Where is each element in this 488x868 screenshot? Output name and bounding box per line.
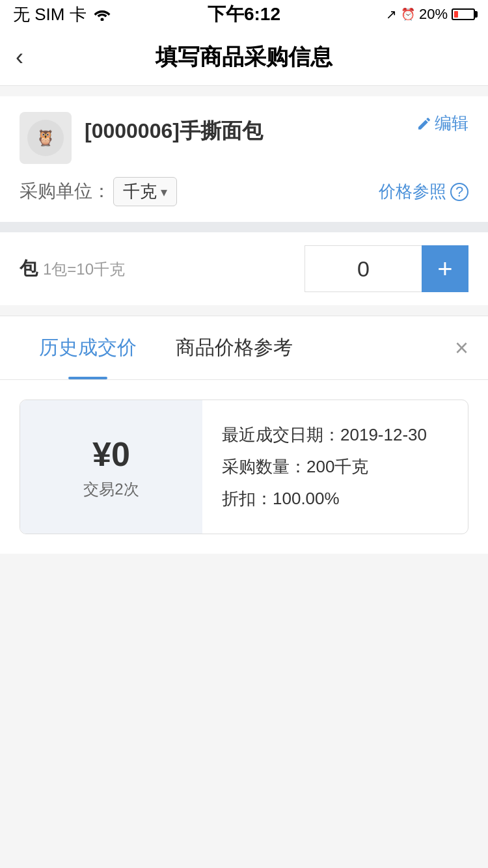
- quantity-control: +: [305, 245, 468, 292]
- battery-icon: [452, 8, 475, 20]
- nav-bar: ‹ 填写商品采购信息: [0, 29, 488, 86]
- svg-point-0: [100, 18, 103, 21]
- location-icon: ↗: [386, 7, 397, 22]
- product-name: [0000006]手撕面包: [85, 117, 263, 146]
- pkg-equiv: 1包=10千克: [43, 259, 125, 280]
- empty-background: [0, 554, 488, 868]
- tabs-row: 历史成交价 商品价格参考 ×: [0, 316, 488, 380]
- unit-label: 采购单位：: [20, 181, 111, 201]
- edit-button[interactable]: 编辑: [416, 112, 468, 135]
- history-content: ¥0 交易2次 最近成交日期：2019-12-30 采购数量：200千克 折扣：…: [0, 380, 488, 554]
- bottom-panel: 历史成交价 商品价格参考 × ¥0 交易2次 最近成交日期：2019-12-30…: [0, 316, 488, 554]
- status-time: 下午6:12: [208, 2, 280, 27]
- recent-date-label: 最近成交日期：: [222, 425, 340, 444]
- product-logo: 🦉: [26, 118, 65, 157]
- battery-percent: 20%: [419, 6, 448, 23]
- status-carrier: 无 SIM 卡: [13, 3, 111, 26]
- alarm-icon: ⏰: [401, 7, 415, 21]
- product-thumbnail: 🦉: [20, 112, 72, 164]
- unit-label-group: 采购单位： 千克 ▾: [20, 177, 177, 206]
- edit-icon: [416, 116, 432, 131]
- tab-history-price[interactable]: 历史成交价: [20, 316, 156, 379]
- svg-text:🦉: 🦉: [36, 128, 55, 147]
- history-card: ¥0 交易2次 最近成交日期：2019-12-30 采购数量：200千克 折扣：…: [20, 400, 468, 534]
- discount-row: 折扣：100.00%: [222, 487, 448, 510]
- status-bar: 无 SIM 卡 下午6:12 ↗ ⏰ 20%: [0, 0, 488, 29]
- card-details: 最近成交日期：2019-12-30 采购数量：200千克 折扣：100.00%: [202, 400, 468, 534]
- purchase-qty-value: 200千克: [306, 457, 368, 476]
- quantity-section: 包 1包=10千克 +: [0, 232, 488, 305]
- discount-label: 折扣：: [222, 489, 273, 508]
- wifi-icon: [93, 8, 111, 21]
- history-price: ¥0: [92, 435, 130, 474]
- info-icon: ?: [450, 183, 468, 201]
- purchase-qty-label: 采购数量：: [222, 457, 306, 476]
- panel-close-button[interactable]: ×: [455, 334, 468, 362]
- product-left: 🦉 [0000006]手撕面包: [20, 112, 263, 164]
- status-right: ↗ ⏰ 20%: [386, 6, 475, 23]
- back-button[interactable]: ‹: [16, 44, 23, 71]
- recent-date-row: 最近成交日期：2019-12-30: [222, 424, 448, 446]
- page-title: 填写商品采购信息: [156, 42, 332, 72]
- quantity-input[interactable]: [305, 245, 422, 292]
- discount-value: 100.00%: [273, 489, 340, 508]
- unit-select[interactable]: 千克 ▾: [113, 177, 177, 206]
- card-price-summary: ¥0 交易2次: [20, 400, 202, 534]
- product-header: 🦉 [0000006]手撕面包 编辑: [20, 112, 468, 164]
- pkg-unit: 包: [20, 256, 38, 281]
- section-divider: [0, 222, 488, 232]
- quantity-plus-button[interactable]: +: [422, 245, 468, 292]
- product-section: 🦉 [0000006]手撕面包 编辑 采购单位： 千克 ▾ 价格参照 ?: [0, 96, 488, 222]
- recent-date-value: 2019-12-30: [340, 425, 427, 444]
- purchase-qty-row: 采购数量：200千克: [222, 455, 448, 478]
- product-info: [0000006]手撕面包: [85, 117, 263, 159]
- product-unit-row: 采购单位： 千克 ▾ 价格参照 ?: [20, 177, 468, 206]
- price-ref-button[interactable]: 价格参照 ?: [379, 180, 468, 203]
- unit-value: 千克: [123, 180, 157, 203]
- dropdown-arrow: ▾: [161, 184, 167, 200]
- tab-product-price-ref[interactable]: 商品价格参考: [156, 316, 312, 379]
- package-label: 包 1包=10千克: [20, 256, 125, 281]
- trade-count: 交易2次: [83, 479, 139, 500]
